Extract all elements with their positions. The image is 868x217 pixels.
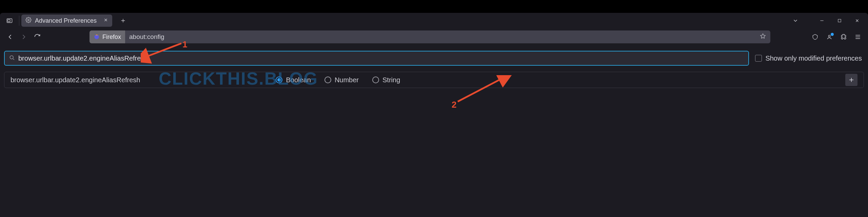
list-all-tabs-icon[interactable] [2,13,17,28]
svg-rect-1 [8,20,10,22]
pocket-icon[interactable] [808,30,822,44]
about-config-content: Show only modified preferences browser.u… [0,45,868,217]
url-bar[interactable]: Firefox about:config [90,30,770,43]
app-menu-icon[interactable] [851,30,865,44]
preference-search-box[interactable] [4,51,749,66]
svg-point-5 [828,35,830,37]
svg-point-6 [10,56,13,59]
add-preference-button[interactable] [845,74,857,86]
checkbox-icon [755,55,762,62]
extensions-icon[interactable] [837,30,850,44]
tab-title: Advanced Preferences [35,17,97,24]
account-icon[interactable] [823,30,836,44]
minimize-button[interactable] [813,13,831,28]
radio-number-label: Number [335,76,359,84]
radio-unchecked-icon [372,77,379,83]
bookmark-star-icon[interactable] [755,33,770,41]
tab-strip: Advanced Preferences [0,13,868,28]
preference-row: browser.urlbar.update2.engineAliasRefres… [4,72,864,88]
close-tab-icon[interactable] [97,18,108,24]
forward-button[interactable] [17,30,31,44]
radio-string-label: String [382,76,400,84]
window-controls [813,13,866,28]
nav-toolbar: Firefox about:config [0,28,868,45]
radio-number[interactable]: Number [324,76,359,84]
close-window-button[interactable] [848,13,866,28]
back-button[interactable] [3,30,17,44]
search-icon [9,55,15,62]
show-modified-label: Show only modified preferences [765,55,862,62]
preference-search-input[interactable] [18,55,744,62]
show-modified-checkbox[interactable]: Show only modified preferences [755,55,864,62]
identity-box[interactable]: Firefox [90,30,125,43]
new-tab-button[interactable] [117,15,129,27]
preference-name: browser.urlbar.update2.engineAliasRefres… [11,76,140,84]
tabs-overflow-icon[interactable] [788,13,803,28]
radio-boolean-label: Boolean [286,76,311,84]
letterbox-top [0,0,868,13]
notification-dot-icon [831,33,834,36]
preference-type-radios: Boolean Number String [276,76,400,84]
search-row: Show only modified preferences [0,51,868,66]
radio-checked-icon [276,77,282,83]
svg-point-2 [28,19,29,21]
maximize-button[interactable] [831,13,848,28]
radio-boolean[interactable]: Boolean [276,76,311,84]
radio-string[interactable]: String [372,76,400,84]
tab-advanced-preferences[interactable]: Advanced Preferences [21,15,112,27]
tab-separator [19,16,19,26]
url-text: about:config [125,33,169,41]
svg-rect-3 [838,19,841,22]
firefox-logo-icon [94,34,100,40]
reload-button[interactable] [31,30,44,44]
radio-unchecked-icon [324,77,331,83]
identity-label: Firefox [102,34,121,41]
gear-icon [25,17,32,24]
